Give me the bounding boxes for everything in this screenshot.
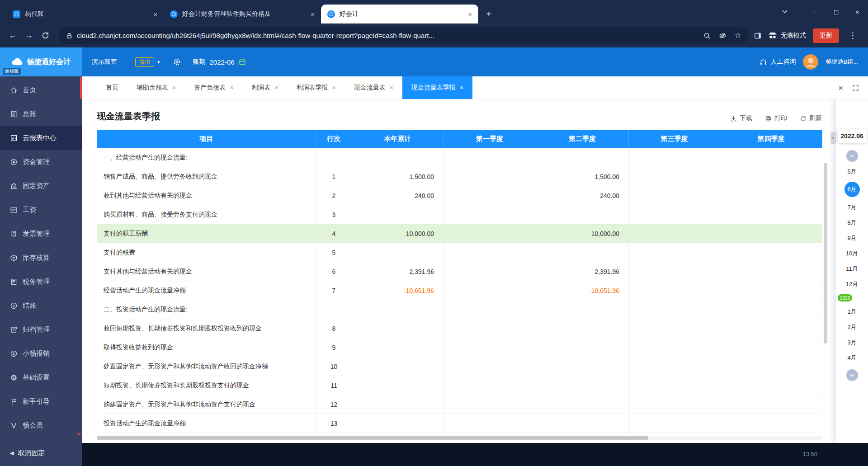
workspace-tab[interactable]: 现金流量表季报 × (402, 76, 472, 99)
status-tag-dropdown[interactable]: 禁用 ▾ (135, 57, 160, 67)
month-item[interactable]: 5月 (844, 166, 860, 177)
cell-q3 (629, 300, 720, 319)
calendar-icon[interactable] (239, 58, 246, 66)
sidebar-item[interactable]: 工资 (0, 198, 82, 222)
table-row: 收回短期投资、长期债券投资和长期股权投资收到的现金 8 (97, 319, 822, 338)
month-item[interactable]: 12月 (844, 279, 860, 289)
report-action-button[interactable]: 打印 (765, 114, 787, 122)
settings-gear-icon[interactable] (173, 58, 181, 66)
address-bar[interactable]: cloud2.chanjet.com/accounting/uh26t264j5… (59, 27, 749, 44)
workspace-tab[interactable]: 首页 × (97, 76, 127, 99)
cell-q1 (443, 205, 536, 224)
close-tab-icon[interactable]: × (468, 10, 472, 18)
sidebar-item[interactable]: 库存核算 (0, 246, 82, 270)
month-item[interactable]: 1月 (844, 306, 860, 317)
sidebar-item[interactable]: 云报表中心 (0, 126, 82, 150)
user-name[interactable]: 畅捷通B组... (826, 58, 858, 66)
sidebar-scrollbar-thumb[interactable] (80, 77, 82, 99)
browser-menu-icon[interactable]: ⋮ (846, 30, 860, 41)
vertical-scrollbar-thumb[interactable] (824, 163, 827, 344)
month-item[interactable]: 2月 (844, 322, 860, 332)
browser-tabs: 易代账 × 好会计财务管理软件购买价格及 × 好会计 × (6, 5, 478, 24)
sidebar-scroll-arrow[interactable] (77, 433, 81, 438)
clock-text: 13:50 (802, 451, 817, 457)
bookmark-star-icon[interactable]: ☆ (735, 32, 741, 39)
update-button[interactable]: 更新 (813, 28, 839, 43)
sidebar-item[interactable]: 小畅报销 (0, 342, 82, 366)
scroll-months-up-button[interactable] (846, 150, 858, 162)
period-value[interactable]: 2022-06 (210, 58, 235, 66)
sidebar-item[interactable]: 基础设置 (0, 366, 82, 390)
month-item[interactable]: 11月 (844, 264, 860, 274)
month-item[interactable]: 6月 (844, 182, 860, 197)
month-item[interactable]: 4月 (844, 353, 860, 363)
side-panel-icon[interactable] (754, 32, 761, 39)
report-action-button[interactable]: 下载 (730, 114, 752, 122)
sidebar-item-label: 新手引导 (23, 397, 50, 406)
workspace-tab[interactable]: 利润表 × (242, 76, 287, 99)
workspace-tab[interactable]: 资产负债表 × (185, 76, 242, 99)
browser-tab[interactable]: 好会计 × (321, 5, 478, 24)
new-tab-button[interactable]: + (481, 6, 496, 22)
close-window-button[interactable]: × (847, 0, 868, 24)
account-set-label[interactable]: 演示账套 (92, 58, 117, 66)
sidebar-item[interactable]: 结账 (0, 294, 82, 318)
maximize-button[interactable]: □ (826, 0, 847, 24)
browser-tab[interactable]: 易代账 × (6, 5, 164, 24)
month-item[interactable]: 2023 (838, 294, 852, 301)
sidebar-item-icon (10, 134, 18, 142)
close-workspace-tab-icon[interactable]: × (460, 84, 463, 91)
content-area: 首页 × 辅助余额表 × 资产负债表 × (82, 76, 868, 466)
scroll-months-down-button[interactable] (846, 369, 858, 381)
close-workspace-tab-icon[interactable]: × (274, 84, 278, 91)
close-workspace-tab-icon[interactable]: × (332, 84, 336, 91)
back-button[interactable]: ← (5, 28, 21, 44)
sidebar-item[interactable]: 新手引导 (0, 390, 82, 414)
close-tab-icon[interactable]: × (311, 10, 315, 18)
cell-q4 (720, 167, 822, 186)
month-item[interactable]: 7月 (844, 202, 860, 212)
workspace-tab[interactable]: 现金流量表 × (345, 76, 402, 99)
sidebar-item[interactable]: 总账 (0, 102, 82, 126)
collapse-left-icon: ◀ (10, 450, 14, 456)
sidebar-item-label: 畅会员 (23, 421, 43, 430)
month-item[interactable]: 10月 (844, 248, 860, 259)
search-icon[interactable] (703, 32, 711, 39)
report-action-button[interactable]: 刷新 (800, 114, 822, 122)
table-row: 销售产成品、商品、提供劳务收到的现金 1 1,500.00 1,500.00 (97, 167, 822, 186)
cell-q1 (443, 300, 536, 319)
close-workspace-tab-icon[interactable]: × (390, 84, 393, 91)
sidebar-item[interactable]: 发票管理 (0, 222, 82, 246)
cell-item: 购建固定资产、无形资产和其他非流动资产支付的现金 (97, 395, 316, 414)
close-workspace-tab-icon[interactable]: × (230, 84, 233, 91)
minimize-button[interactable]: – (804, 0, 826, 24)
sidebar-item[interactable]: 首页 (0, 78, 82, 102)
horizontal-scrollbar-thumb[interactable] (97, 436, 648, 440)
forward-button[interactable]: → (21, 28, 37, 44)
month-item[interactable]: 9月 (844, 233, 860, 243)
unpin-sidebar-button[interactable]: ◀ 取消固定 (0, 440, 82, 466)
fullscreen-icon[interactable] (852, 85, 859, 91)
month-item[interactable]: 3月 (844, 337, 860, 348)
sidebar-item[interactable]: 税务管理 (0, 270, 82, 294)
browser-tab[interactable]: 好会计财务管理软件购买价格及 × (164, 5, 321, 24)
eye-off-icon[interactable] (719, 32, 726, 39)
sidebar-item[interactable]: 资金管理 (0, 150, 82, 174)
close-workspace-tab-icon[interactable]: × (172, 84, 176, 91)
collapse-rail-icon[interactable]: » (830, 132, 836, 144)
horizontal-scrollbar[interactable] (97, 436, 822, 440)
tab-search-icon[interactable] (777, 0, 793, 24)
sidebar-item[interactable]: 归档管理 (0, 318, 82, 342)
avatar[interactable] (803, 54, 818, 70)
sidebar-item[interactable]: 固定资产 (0, 174, 82, 198)
workspace-tab[interactable]: 辅助余额表 × (127, 76, 185, 99)
workspace-tab[interactable]: 利润表季报 × (288, 76, 345, 99)
current-period-label: 2022.06 (838, 129, 867, 143)
sidebar-item[interactable]: 畅会员 (0, 414, 82, 438)
month-item[interactable]: 8月 (844, 217, 860, 228)
close-all-tabs-icon[interactable]: × (838, 84, 843, 92)
close-tab-icon[interactable]: × (153, 10, 157, 18)
reload-button[interactable] (37, 28, 53, 44)
table-body: 一、经营活动产生的现金流量: 销售产成品、商品、提供劳务收到的现金 (97, 148, 822, 433)
support-link[interactable]: 人工咨询 (760, 58, 796, 66)
